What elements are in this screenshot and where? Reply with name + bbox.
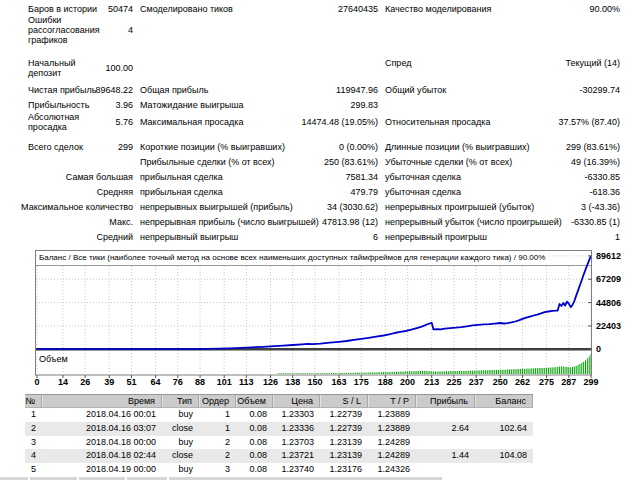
trade-cell: buy [162, 436, 199, 450]
stat-value: 49 (16.39%) [480, 157, 620, 167]
trade-cell: 1 [25, 408, 42, 422]
column-header[interactable]: № [25, 395, 42, 407]
y-axis-label: 89612 [596, 251, 636, 261]
column-header[interactable]: Цена [273, 395, 320, 407]
y-axis-label: 44806 [596, 298, 636, 308]
column-header[interactable]: Ордер [199, 395, 236, 407]
trade-row-5[interactable]: 52018.04.19 00:00buy30.081.237401.231761… [25, 463, 533, 477]
trade-cell [475, 408, 533, 422]
trade-cell: 2018.04.16 00:01 [42, 408, 162, 422]
stat-value: 7581.34 [238, 172, 378, 182]
stat-value: 299 [53, 142, 133, 152]
y-axis-label: 67209 [596, 274, 636, 284]
stat-value: 0 (0.00%) [238, 142, 378, 152]
trade-cell: 1.24289 [368, 436, 416, 450]
stat-value: 34 (3030.62) [238, 202, 378, 212]
trade-cell: 2018.04.19 00:00 [42, 463, 162, 477]
stat-value: 90.00% [480, 4, 620, 14]
column-header[interactable]: T / P [368, 395, 416, 407]
trade-cell: 104.08 [475, 449, 533, 463]
trade-cell [475, 463, 533, 477]
trade-cell: 1.23139 [320, 436, 368, 450]
trade-cell: 102.64 [475, 422, 533, 436]
stat-value: -6330.85 (1) [480, 217, 620, 227]
stat-value: 6 [238, 232, 378, 242]
stat-value: 3.96 [53, 100, 133, 110]
stat-value: 37.57% (87.40) [480, 117, 620, 127]
trade-row-1[interactable]: 12018.04.16 00:01buy10.081.233031.227391… [25, 408, 533, 422]
trade-cell: 2018.04.18 00:00 [42, 436, 162, 450]
trade-cell: 5 [25, 463, 42, 477]
trade-row-4[interactable]: 42018.04.18 02:44close20.081.237211.2313… [25, 449, 533, 463]
stat-value: 14474.48 (19.05%) [238, 117, 378, 127]
x-axis-label: 113 [233, 378, 259, 387]
trade-cell: close [162, 449, 199, 463]
trade-cell: 1 [199, 422, 236, 436]
column-header[interactable]: Прибыль [416, 395, 475, 407]
stat-value: 5.76 [53, 117, 133, 127]
stat-label: Макс. [3, 217, 133, 227]
stat-label: Средний [3, 232, 133, 242]
trade-cell: 2018.04.16 03:07 [42, 422, 162, 436]
trade-cell: 1.23703 [273, 436, 320, 450]
x-axis-label: 175 [348, 378, 374, 387]
chart-border [36, 251, 592, 376]
trades-header-row: №ВремяТипОрдерОбъемЦенаS / LT / PПрибыль… [25, 394, 533, 408]
stat-value: 4 [53, 25, 133, 35]
trade-cell: 1.22739 [320, 408, 368, 422]
trade-cell: 2.64 [416, 422, 475, 436]
column-header[interactable]: Время [42, 395, 162, 407]
x-axis-label: 150 [302, 378, 328, 387]
trade-cell: 1 [199, 408, 236, 422]
stat-value: 299.83 [238, 100, 378, 110]
trade-cell: 1.24289 [368, 449, 416, 463]
stat-value: 50474 [53, 4, 133, 14]
stat-label: Средняя [3, 187, 133, 197]
trade-cell: 1.23303 [273, 408, 320, 422]
trade-cell: 0.08 [236, 422, 273, 436]
stat-value: Текущий (14) [480, 58, 620, 68]
stat-value: -6330.85 [480, 172, 620, 182]
trade-row-3[interactable]: 32018.04.18 00:00buy20.081.237031.231391… [25, 436, 533, 450]
stat-value: 47813.98 (12) [238, 217, 378, 227]
x-axis-label: 262 [509, 378, 535, 387]
stat-value: 3 (-43.36) [480, 202, 620, 212]
column-header[interactable]: Объем [236, 395, 273, 407]
y-axis-label: 22403 [596, 321, 636, 331]
trade-cell: 1.23139 [320, 449, 368, 463]
stat-value: -618.36 [480, 187, 620, 197]
trade-cell: 0.08 [236, 449, 273, 463]
column-header[interactable]: Тип [162, 395, 199, 407]
report-statistics: Баров в истории50474Смоделировано тиков2… [0, 0, 640, 250]
stat-value: 250 (83.61%) [238, 157, 378, 167]
trade-cell: 2 [25, 422, 42, 436]
trade-cell: 1.24326 [368, 463, 416, 477]
trade-cell: 1.22739 [320, 422, 368, 436]
stat-value: 119947.96 [238, 85, 378, 95]
trade-cell: 4 [25, 449, 42, 463]
balance-chart-svg [35, 250, 592, 383]
stat-label: Самая большая [3, 172, 133, 182]
chart-title: Баланс / Все тики (наиболее точный метод… [39, 253, 548, 263]
column-header[interactable]: S / L [320, 395, 368, 407]
stat-value: 479.79 [238, 187, 378, 197]
trade-cell: 0.08 [236, 436, 273, 450]
x-axis-label: 26 [72, 378, 98, 387]
x-axis-label: 200 [395, 378, 421, 387]
trade-cell: buy [162, 408, 199, 422]
stat-value: 299 (83.61%) [480, 142, 620, 152]
trade-row-2[interactable]: 22018.04.16 03:07close10.081.233361.2273… [25, 422, 533, 436]
trade-cell: 1.44 [416, 449, 475, 463]
trade-cell: 2 [199, 436, 236, 450]
trade-cell [475, 436, 533, 450]
trade-cell [416, 436, 475, 450]
stat-value: 1 [480, 232, 620, 242]
trade-cell: 1.23889 [368, 422, 416, 436]
x-axis-label: 299 [578, 378, 604, 387]
trade-cell [416, 408, 475, 422]
column-header[interactable]: Баланс [475, 395, 533, 407]
trade-cell: 0.08 [236, 408, 273, 422]
trade-cell: 1.23176 [320, 463, 368, 477]
stat-value: 89648.22 [53, 85, 133, 95]
trade-cell: 1.23740 [273, 463, 320, 477]
